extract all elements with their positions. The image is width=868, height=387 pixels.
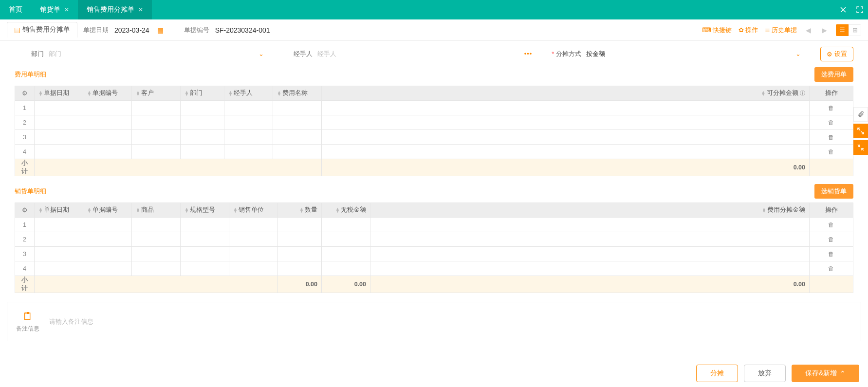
table-row[interactable]: 1🗑 bbox=[15, 101, 853, 115]
col-docno[interactable]: 单据编号 bbox=[92, 206, 118, 213]
document-type-tab[interactable]: ▤ 销售费用分摊单 bbox=[7, 22, 77, 38]
calendar-icon[interactable]: ▦ bbox=[157, 26, 164, 34]
department-label: 部门 bbox=[15, 50, 44, 58]
notes-icon: 🗒 bbox=[22, 310, 33, 323]
table-settings-header[interactable]: ⚙ bbox=[15, 86, 35, 101]
chevron-up-icon: ⌃ bbox=[840, 369, 846, 377]
close-icon[interactable]: ✕ bbox=[64, 6, 69, 13]
delete-row-icon[interactable]: 🗑 bbox=[828, 148, 834, 155]
handler-label: 经手人 bbox=[283, 50, 313, 58]
sales-detail-title: 销货单明细 bbox=[15, 187, 46, 196]
table-row[interactable]: 1🗑 bbox=[15, 218, 853, 232]
operate-link[interactable]: ✿ 操作 bbox=[739, 26, 758, 35]
tab-bar-right-actions bbox=[835, 0, 868, 19]
col-handler[interactable]: 经手人 bbox=[234, 90, 253, 96]
table-settings-header[interactable]: ⚙ bbox=[15, 203, 35, 218]
document-header-bar: ▤ 销售费用分摊单 单据日期 2023-03-24 ▦ 单据编号 SF-2023… bbox=[0, 19, 868, 41]
chevron-down-icon[interactable]: ⌄ bbox=[259, 50, 264, 57]
table-row[interactable]: 4🗑 bbox=[15, 145, 853, 159]
top-tab-bar: 首页 销货单 ✕ 销售费用分摊单 ✕ bbox=[0, 0, 868, 19]
history-link[interactable]: ≣ 历史单据 bbox=[765, 26, 797, 35]
fullscreen-icon[interactable] bbox=[851, 0, 868, 19]
department-field[interactable]: 部门 部门 ⌄ bbox=[15, 47, 264, 61]
table-row[interactable]: 3🗑 bbox=[15, 130, 853, 145]
sales-detail-header: 销货单明细 选销货单 bbox=[0, 184, 868, 203]
table-row[interactable]: 2🗑 bbox=[15, 115, 853, 130]
expand-icon[interactable] bbox=[853, 124, 868, 138]
subtotal-row: 小计 0.00 bbox=[15, 159, 853, 176]
col-expense-name[interactable]: 费用名称 bbox=[282, 90, 308, 96]
allocate-button[interactable]: 分摊 bbox=[696, 365, 738, 382]
settings-button[interactable]: ⚙ 设置 bbox=[820, 47, 853, 61]
window-close-button[interactable] bbox=[835, 0, 851, 19]
col-dept[interactable]: 部门 bbox=[190, 90, 203, 96]
allocation-method-field[interactable]: *分摊方式 按金额 ⌄ bbox=[552, 47, 801, 61]
delete-row-icon[interactable]: 🗑 bbox=[828, 119, 834, 126]
col-product[interactable]: 商品 bbox=[141, 206, 154, 213]
list-view-icon[interactable]: ☰ bbox=[836, 24, 849, 36]
delete-row-icon[interactable]: 🗑 bbox=[828, 105, 834, 111]
tab-sales-expense-alloc[interactable]: 销售费用分摊单 ✕ bbox=[78, 0, 152, 19]
col-ops: 操作 bbox=[825, 206, 838, 213]
tab-label: 首页 bbox=[9, 5, 22, 14]
tab-sales-order[interactable]: 销货单 ✕ bbox=[31, 0, 78, 19]
gear-icon: ✿ bbox=[739, 26, 744, 34]
expense-detail-table: ⚙ ▲▼单据日期 ▲▼单据编号 ▲▼客户 ▲▼部门 ▲▼经手人 ▲▼费用名称 ▲… bbox=[15, 86, 853, 176]
date-value[interactable]: 2023-03-24 bbox=[114, 26, 149, 34]
gear-icon: ⚙ bbox=[827, 51, 832, 58]
save-and-new-button[interactable]: 保存&新增 ⌃ bbox=[792, 365, 859, 382]
side-tool-panel bbox=[853, 107, 868, 157]
select-expense-button[interactable]: 选费用单 bbox=[814, 67, 853, 82]
delete-row-icon[interactable]: 🗑 bbox=[828, 265, 834, 272]
delete-row-icon[interactable]: 🗑 bbox=[828, 251, 834, 258]
view-mode-toggle: ☰ ⊞ bbox=[836, 24, 861, 36]
table-row[interactable]: 4🗑 bbox=[15, 261, 853, 276]
col-docno[interactable]: 单据编号 bbox=[92, 90, 118, 96]
docno-value: SF-20230324-001 bbox=[215, 26, 270, 34]
sales-detail-table: ⚙ ▲▼单据日期 ▲▼单据编号 ▲▼商品 ▲▼规格型号 ▲▼销售单位 ▲▼数量 … bbox=[15, 203, 853, 293]
document-type-label: 销售费用分摊单 bbox=[22, 25, 70, 34]
col-notax-amount[interactable]: 无税金额 bbox=[341, 206, 366, 213]
handler-placeholder: 经手人 bbox=[317, 50, 336, 58]
help-icon[interactable]: ⓘ bbox=[800, 90, 805, 96]
document-icon: ▤ bbox=[14, 26, 20, 34]
handler-field[interactable]: 经手人 经手人 ••• bbox=[283, 47, 533, 61]
select-sales-button[interactable]: 选销货单 bbox=[814, 184, 853, 199]
prev-record-button[interactable]: ◀ bbox=[804, 25, 813, 35]
col-unit[interactable]: 销售单位 bbox=[239, 206, 264, 213]
header-right-actions: ⌨ 快捷键 ✿ 操作 ≣ 历史单据 ◀ ▶ ☰ ⊞ bbox=[702, 24, 861, 36]
col-alloc-amount[interactable]: 可分摊金额 bbox=[767, 90, 798, 96]
delete-row-icon[interactable]: 🗑 bbox=[828, 236, 834, 243]
col-customer[interactable]: 客户 bbox=[141, 90, 154, 96]
col-qty[interactable]: 数量 bbox=[305, 206, 317, 213]
department-placeholder: 部门 bbox=[49, 50, 61, 58]
remarks-input[interactable] bbox=[49, 318, 852, 325]
shortcut-keys-link[interactable]: ⌨ 快捷键 bbox=[702, 26, 732, 35]
next-record-button[interactable]: ▶ bbox=[820, 25, 829, 35]
remarks-label: 备注信息 bbox=[16, 325, 39, 333]
table-row[interactable]: 2🗑 bbox=[15, 232, 853, 247]
grid-view-icon[interactable]: ⊞ bbox=[849, 24, 861, 36]
allocation-method-label: *分摊方式 bbox=[552, 50, 581, 58]
col-spec[interactable]: 规格型号 bbox=[190, 206, 215, 213]
docno-label: 单据编号 bbox=[184, 26, 209, 35]
col-alloc-amount[interactable]: 费用分摊金额 bbox=[767, 206, 805, 213]
remarks-section: 🗒 备注信息 bbox=[7, 302, 861, 341]
collapse-icon[interactable] bbox=[853, 140, 868, 155]
expense-detail-title: 费用单明细 bbox=[15, 70, 46, 79]
col-ops: 操作 bbox=[825, 90, 838, 96]
delete-row-icon[interactable]: 🗑 bbox=[828, 221, 834, 228]
history-icon: ≣ bbox=[765, 26, 770, 34]
cancel-button[interactable]: 放弃 bbox=[744, 365, 786, 382]
col-date[interactable]: 单据日期 bbox=[44, 90, 69, 96]
filter-row: 部门 部门 ⌄ 经手人 经手人 ••• *分摊方式 按金额 ⌄ ⚙ 设置 bbox=[0, 41, 868, 67]
close-icon[interactable]: ✕ bbox=[138, 6, 143, 13]
chevron-down-icon[interactable]: ⌄ bbox=[795, 50, 801, 57]
more-icon[interactable]: ••• bbox=[524, 50, 533, 57]
table-row[interactable]: 3🗑 bbox=[15, 247, 853, 261]
tab-home[interactable]: 首页 bbox=[0, 0, 31, 19]
attachment-icon[interactable] bbox=[853, 107, 868, 122]
subtotal-row: 小计 0.00 0.00 0.00 bbox=[15, 276, 853, 293]
col-date[interactable]: 单据日期 bbox=[44, 206, 69, 213]
delete-row-icon[interactable]: 🗑 bbox=[828, 134, 834, 141]
